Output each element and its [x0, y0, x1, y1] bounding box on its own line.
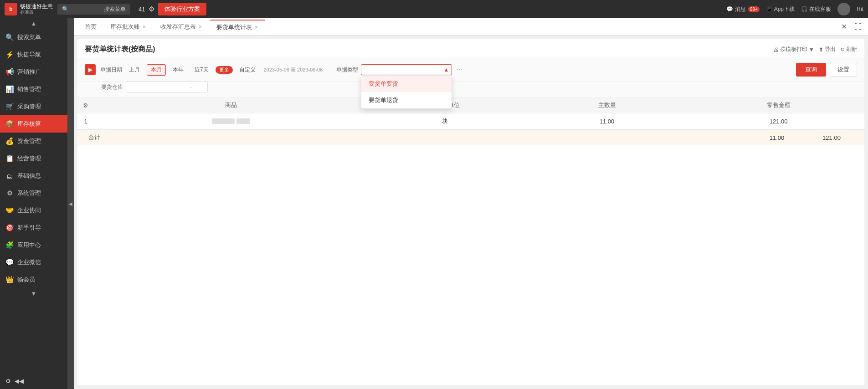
sidebar-item-operations[interactable]: 📋 经营管理 — [0, 150, 67, 167]
tab-receivable-summary-close[interactable]: × — [198, 24, 203, 30]
sidebar-item-label: 企业微信 — [17, 258, 41, 266]
sidebar-item-marketing[interactable]: 📢 营销推广 — [0, 63, 67, 81]
sidebar-item-label: 应用中心 — [17, 241, 41, 249]
marketing-icon: 📢 — [5, 68, 14, 76]
topbar-right: 💬 消息 99+ 📱 App下载 🎧 在线客服 Rit — [726, 3, 863, 15]
messages-badge: 99+ — [748, 6, 760, 12]
sidebar-item-label: 资金管理 — [17, 137, 41, 145]
download-icon: 📱 — [766, 6, 773, 12]
warehouse-more-icon[interactable]: ··· — [189, 84, 194, 90]
sidebar-item-label: 新手引导 — [17, 224, 41, 232]
filter-date-group: 单据日期 上月 本月 本年 近7天 更多 自定义 — [100, 64, 259, 76]
tabs-expand-icon[interactable]: ⛶ — [853, 23, 863, 31]
beginner-icon: 🎯 — [5, 224, 14, 232]
appcenter-icon: 🧩 — [5, 241, 14, 249]
dropdown-item-return[interactable]: 要货单退货 — [361, 92, 452, 108]
filter-type-select[interactable]: ▲ — [361, 64, 452, 75]
filter-warehouse-select[interactable]: ··· — [126, 82, 208, 92]
flash-icon: ⚡ — [5, 51, 14, 59]
avatar[interactable] — [837, 3, 850, 15]
filter-expand-btn[interactable]: ▶ — [85, 64, 96, 75]
enterprise-icon: 🤝 — [5, 206, 14, 215]
query-button[interactable]: 查询 — [796, 63, 826, 77]
sidebar-bottom: ⚙ ◀◀ — [0, 373, 67, 389]
messages-link[interactable]: 💬 消息 99+ — [726, 5, 760, 13]
tab-inventory-batch-label: 库存批次账 — [110, 23, 140, 31]
sidebar-item-finance[interactable]: 💰 资金管理 — [0, 133, 67, 150]
tab-receivable-summary[interactable]: 收发存汇总表 × — [154, 20, 209, 34]
content-area: 首页 库存批次账 × 收发存汇总表 × 要货单统计表 × ✕ ⛶ 要 — [74, 18, 868, 389]
filter-row2: 要货仓库 ··· — [77, 82, 864, 97]
tabs-bar: 首页 库存批次账 × 收发存汇总表 × 要货单统计表 × ✕ ⛶ — [74, 18, 868, 36]
headset-icon: 🎧 — [801, 6, 808, 12]
settings-button[interactable]: 设置 — [830, 63, 857, 77]
filter-warehouse-label: 要货仓库 — [101, 83, 123, 91]
online-service-link[interactable]: 🎧 在线客服 — [801, 5, 831, 13]
date-btn-7days[interactable]: 近7天 — [190, 64, 213, 76]
sidebar-scroll-up[interactable]: ▲ — [0, 18, 67, 29]
refresh-link[interactable]: ↻ 刷新 — [840, 46, 857, 53]
filter-more-btn[interactable]: ··· — [457, 66, 462, 74]
sidebar-item-inventory[interactable]: 📦 库存核算 — [0, 115, 67, 133]
sidebar-item-label: 企业协同 — [17, 206, 41, 215]
sidebar-item-label: 搜索菜单 — [17, 33, 41, 41]
topbar-gear-icon[interactable]: ⚙ — [149, 5, 154, 13]
topbar-search[interactable]: 🔍 搜索菜单 — [57, 4, 130, 15]
dropdown-item-yh[interactable]: 要货单要货 — [361, 76, 452, 92]
sidebar-item-purchase[interactable]: 🛒 采购管理 — [0, 98, 67, 115]
type-dropdown-menu: 要货单要货 要货单退货 — [361, 75, 452, 109]
print-link[interactable]: 🖨 按模板打印 ▼ — [773, 46, 814, 53]
trial-button[interactable]: 体验行业方案 — [158, 3, 206, 15]
sidebar-settings-icon[interactable]: ⚙ — [5, 378, 11, 384]
filter-type-dropdown: ▲ 要货单要货 要货单退货 — [361, 64, 452, 75]
sidebar-item-member[interactable]: 👑 畅会员 — [0, 271, 67, 288]
export-link[interactable]: ⬆ 导出 — [819, 46, 836, 53]
sidebar-scroll-down[interactable]: ▼ — [0, 288, 67, 299]
date-range-display: 2023-05-06 至 2023-06-06 — [264, 67, 323, 73]
date-btn-last-month[interactable]: 上月 — [125, 64, 144, 76]
sidebar-item-wechat[interactable]: 💬 企业微信 — [0, 254, 67, 271]
sidebar-collapse-btn[interactable]: ◀ — [67, 18, 74, 389]
page-title: 要货单统计表(按商品) — [85, 45, 155, 54]
sidebar-item-label: 快捷导航 — [17, 51, 41, 59]
sidebar-item-label: 营销推广 — [17, 68, 41, 76]
filter-action-btns: 查询 设置 — [796, 63, 857, 77]
page-header-actions: 🖨 按模板打印 ▼ ⬆ 导出 ↻ 刷新 — [773, 46, 857, 53]
app-download-link[interactable]: 📱 App下载 — [766, 5, 795, 13]
tab-home[interactable]: 首页 — [78, 20, 103, 34]
sales-icon: 📊 — [5, 85, 14, 93]
sidebar-item-basicinfo[interactable]: 🗂 基础信息 — [0, 167, 67, 184]
filter-warehouse-group: 要货仓库 ··· — [101, 82, 208, 92]
tab-requisition-stats[interactable]: 要货单统计表 × — [210, 20, 265, 34]
sidebar-item-label: 经营管理 — [17, 154, 41, 163]
sidebar-item-system[interactable]: ⚙ 系统管理 — [0, 184, 67, 202]
filter-type-input[interactable] — [361, 65, 441, 75]
date-custom-btn[interactable]: 自定义 — [236, 65, 259, 75]
filter-type-arrow-icon[interactable]: ▲ — [441, 67, 452, 73]
sidebar-item-search[interactable]: 🔍 搜索菜单 — [0, 29, 67, 46]
tabs-close-all-icon[interactable]: ✕ — [839, 22, 849, 31]
sidebar-item-appcenter[interactable]: 🧩 应用中心 — [0, 236, 67, 254]
th-amount: 零售金额 — [693, 97, 864, 113]
date-btn-this-month[interactable]: 本月 — [147, 64, 166, 76]
sidebar-item-sales[interactable]: 📊 销售管理 — [0, 81, 67, 98]
row-product — [94, 113, 369, 129]
th-settings[interactable]: ⚙ — [77, 97, 94, 113]
sidebar-item-shortcuts[interactable]: ⚡ 快捷导航 — [0, 46, 67, 63]
system-icon: ⚙ — [5, 189, 14, 197]
date-more-btn[interactable]: 更多 — [216, 66, 233, 74]
basicinfo-icon: 🗂 — [5, 172, 14, 180]
sidebar-item-enterprise[interactable]: 🤝 企业协同 — [0, 202, 67, 219]
date-btn-this-year[interactable]: 本年 — [169, 64, 188, 76]
sidebar-item-beginner[interactable]: 🎯 新手引导 — [0, 219, 67, 236]
row-unit: 块 — [369, 113, 521, 129]
tab-requisition-stats-close[interactable]: × — [254, 24, 259, 31]
tab-inventory-batch-close[interactable]: × — [142, 24, 147, 30]
sidebar: ▲ 🔍 搜索菜单 ⚡ 快捷导航 📢 营销推广 📊 销售管理 🛒 采购管理 📦 库… — [0, 18, 67, 389]
tab-inventory-batch[interactable]: 库存批次账 × — [104, 20, 153, 34]
sidebar-toggle-icon[interactable]: ◀◀ — [15, 378, 24, 384]
wechat-icon: 💬 — [5, 258, 14, 266]
search-icon: 🔍 — [5, 33, 14, 41]
topbar-num: 41 — [139, 6, 145, 13]
row-amount: 121.00 — [693, 113, 864, 129]
